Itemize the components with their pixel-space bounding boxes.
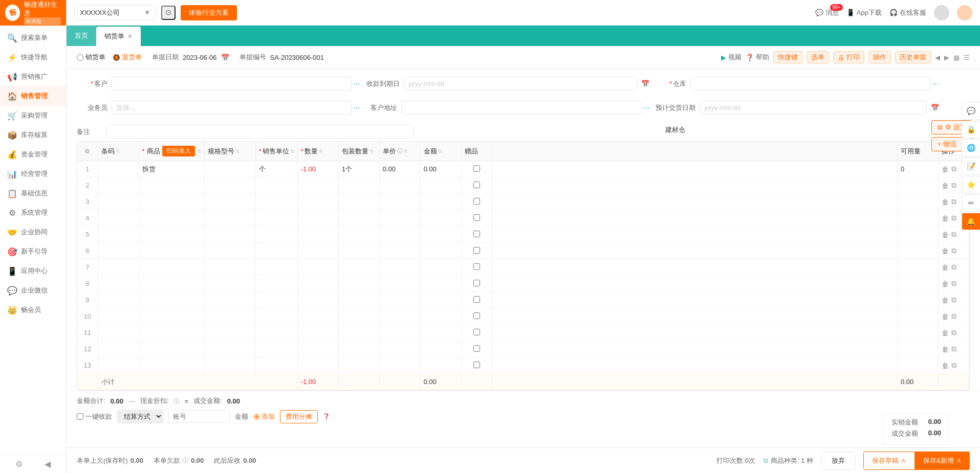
copy-icon[interactable]: ⧉: [951, 165, 956, 173]
delete-icon[interactable]: 🗑: [942, 198, 949, 206]
row-barcode[interactable]: [98, 177, 139, 194]
row-gift[interactable]: [461, 161, 492, 177]
nav-left-icon[interactable]: ◀: [935, 54, 940, 61]
payment-method-select[interactable]: 结算方式: [117, 410, 163, 423]
sidebar-item-operation[interactable]: 📊 经营管理: [0, 164, 66, 184]
list-view-icon[interactable]: ☰: [964, 54, 970, 61]
delete-icon[interactable]: 🗑: [942, 280, 949, 288]
row-spec[interactable]: [204, 308, 255, 325]
warehouse-input[interactable]: [690, 77, 930, 91]
print-btn[interactable]: 🖨 打印: [833, 51, 864, 63]
row-gift[interactable]: [461, 194, 492, 210]
sidebar-item-base[interactable]: 📋 基础信息: [0, 184, 66, 203]
discard-button[interactable]: 放弃: [821, 452, 856, 470]
nav-right-icon[interactable]: ▶: [944, 54, 949, 61]
copy-icon[interactable]: ⧉: [951, 181, 956, 190]
scan-btn[interactable]: 扫码录入: [162, 146, 195, 156]
copy-icon[interactable]: ⧉: [951, 279, 956, 288]
customer-dots-btn[interactable]: ···: [353, 79, 360, 88]
tab-sales-order[interactable]: 销货单 ✕: [96, 27, 141, 46]
row-gift[interactable]: [461, 357, 492, 374]
history-btn[interactable]: 历史单据: [895, 51, 931, 63]
delete-icon[interactable]: 🗑: [942, 165, 949, 173]
row-spec[interactable]: [204, 210, 255, 227]
sidebar-collapse-btn[interactable]: ◀: [45, 459, 51, 469]
row-barcode[interactable]: [98, 243, 139, 259]
row-barcode[interactable]: [98, 259, 139, 276]
row-gift[interactable]: [461, 341, 492, 357]
sidebar-item-quick-nav[interactable]: ⚡ 快捷导航: [0, 48, 66, 67]
choose-btn[interactable]: 选单: [807, 51, 829, 63]
row-gift[interactable]: [461, 243, 492, 259]
delete-icon[interactable]: 🗑: [942, 214, 949, 222]
one-click-payment-checkbox[interactable]: 一键收款: [77, 412, 112, 421]
delete-icon[interactable]: 🗑: [942, 312, 949, 321]
operate-btn[interactable]: 操作: [868, 51, 891, 63]
sidebar-item-appstore[interactable]: 📱 应用中心: [0, 261, 66, 281]
expense-split-btn[interactable]: 费用分摊: [280, 410, 318, 423]
tab-close-icon[interactable]: ✕: [127, 33, 133, 40]
row-barcode[interactable]: [98, 194, 139, 210]
row-barcode[interactable]: [98, 292, 139, 308]
delete-icon[interactable]: 🗑: [942, 329, 949, 337]
row-gift[interactable]: [461, 177, 492, 194]
th-settings[interactable]: ⚙: [77, 142, 98, 161]
row-barcode[interactable]: [98, 325, 139, 341]
customer-addr-input[interactable]: [401, 101, 641, 115]
grid-view-icon[interactable]: ▦: [953, 54, 960, 61]
row-gift[interactable]: [461, 308, 492, 325]
radio-sale[interactable]: 销货单: [77, 53, 105, 62]
row-gift[interactable]: [461, 325, 492, 341]
row-barcode[interactable]: [98, 341, 139, 357]
date-picker-icon[interactable]: 📅: [221, 54, 229, 61]
copy-icon[interactable]: ⧉: [951, 230, 956, 239]
avatar2[interactable]: [957, 5, 972, 20]
copy-icon[interactable]: ⧉: [951, 197, 956, 206]
delete-icon[interactable]: 🗑: [942, 182, 949, 190]
header-gear-button[interactable]: ⚙: [161, 6, 176, 20]
salesperson-dots-btn[interactable]: ···: [353, 103, 360, 112]
sidebar-item-purchase[interactable]: 🛒 采购管理: [0, 106, 66, 125]
row-spec[interactable]: [204, 276, 255, 292]
due-date-calendar-icon[interactable]: 📅: [641, 80, 649, 87]
avatar[interactable]: [934, 5, 949, 20]
sidebar-item-system[interactable]: ⚙ 系统管理: [0, 203, 66, 222]
row-gift[interactable]: [461, 210, 492, 227]
delete-icon[interactable]: 🗑: [942, 263, 949, 272]
row-barcode[interactable]: [98, 308, 139, 325]
delivery-date-input[interactable]: [700, 101, 927, 115]
row-spec[interactable]: [204, 357, 255, 374]
sidebar-item-member[interactable]: 👑 畅会员: [0, 300, 66, 320]
float-globe-btn[interactable]: 🌐: [962, 139, 980, 156]
float-feedback-btn[interactable]: 📝: [962, 157, 980, 175]
help-btn[interactable]: ❓ 帮助: [746, 53, 769, 62]
copy-icon[interactable]: ⧉: [951, 263, 956, 272]
copy-icon[interactable]: ⧉: [951, 361, 956, 370]
sidebar-item-finance[interactable]: 💰 资金管理: [0, 145, 66, 164]
sidebar-item-search[interactable]: 🔍 搜索菜单: [0, 28, 66, 48]
salesperson-input[interactable]: [112, 101, 352, 115]
tab-home[interactable]: 首页: [67, 26, 96, 46]
row-spec[interactable]: [204, 325, 255, 341]
row-gift[interactable]: [461, 276, 492, 292]
copy-icon[interactable]: ⧉: [951, 328, 956, 337]
account-input[interactable]: [168, 410, 230, 423]
row-barcode[interactable]: [98, 276, 139, 292]
copy-icon[interactable]: ⧉: [951, 246, 956, 255]
copy-icon[interactable]: ⧉: [951, 312, 956, 321]
copy-icon[interactable]: ⧉: [951, 296, 956, 304]
delivery-date-calendar-icon[interactable]: 📅: [931, 104, 939, 111]
sidebar-item-guide[interactable]: 🎯 新手引导: [0, 242, 66, 261]
delete-icon[interactable]: 🗑: [942, 345, 949, 353]
row-spec[interactable]: [204, 341, 255, 357]
delete-icon[interactable]: 🗑: [942, 231, 949, 239]
shortcut-btn[interactable]: 快捷键: [773, 51, 802, 63]
row-spec[interactable]: [204, 227, 255, 243]
copy-icon[interactable]: ⧉: [951, 345, 956, 353]
row-gift[interactable]: [461, 259, 492, 276]
row-spec[interactable]: [204, 161, 255, 177]
warehouse-dots-btn[interactable]: ···: [932, 79, 939, 88]
copy-icon[interactable]: ⧉: [951, 214, 956, 222]
float-message-btn[interactable]: 💬: [962, 102, 980, 120]
float-edit-btn[interactable]: ✏: [962, 194, 980, 212]
